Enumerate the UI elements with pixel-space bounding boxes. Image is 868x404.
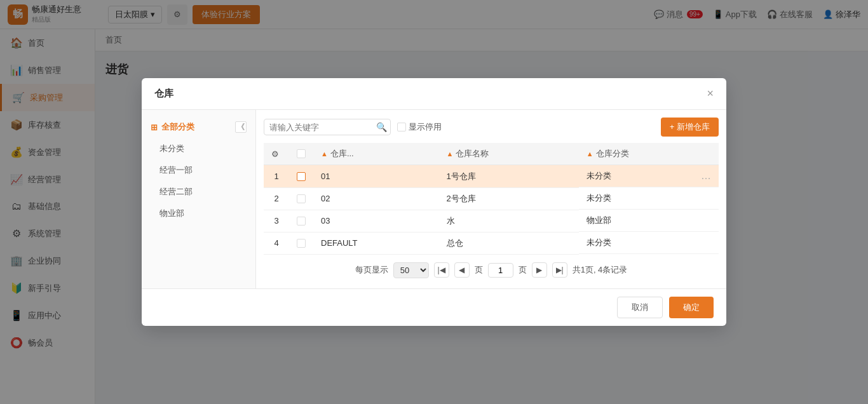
category-item-0[interactable]: 未分类 — [142, 138, 255, 159]
add-warehouse-btn[interactable]: + 新增仓库 — [661, 118, 719, 137]
sort-name-icon: ▲ — [447, 150, 454, 158]
first-page-btn[interactable]: |◀ — [434, 262, 449, 278]
cell-id: 01 — [313, 165, 439, 188]
cell-id: 02 — [313, 187, 439, 210]
page-label: 页 — [519, 264, 527, 276]
search-input-wrap[interactable]: 🔍 — [264, 119, 391, 135]
cell-name: 总仓 — [439, 232, 579, 254]
prev-page-btn[interactable]: ◀ — [454, 262, 470, 278]
row-checkbox[interactable] — [297, 239, 306, 248]
search-input[interactable] — [269, 123, 376, 132]
cell-id: DEFAULT — [313, 232, 439, 254]
collapse-panel-btn[interactable]: 《 — [235, 121, 247, 133]
cell-name: 1号仓库 — [439, 165, 579, 188]
table-toolbar: 🔍 显示停用 + 新增仓库 — [264, 118, 719, 137]
sort-cat-icon: ▲ — [587, 150, 593, 158]
warehouse-table: ⚙ ▲ 仓库... — [264, 143, 719, 255]
th-warehouse-category: ▲ 仓库分类 — [579, 143, 719, 165]
cell-checkbox[interactable] — [289, 232, 313, 254]
warehouse-modal: 仓库 × ⊞ 全部分类 《 未分类 经营一部 经营二部 — [142, 78, 726, 326]
page-number-input[interactable] — [488, 263, 513, 278]
category-item-2[interactable]: 经营二部 — [142, 181, 255, 203]
th-id-label: 仓库... — [330, 148, 354, 159]
cancel-button[interactable]: 取消 — [617, 297, 663, 318]
search-icon[interactable]: 🔍 — [376, 122, 387, 132]
cell-num: 2 — [264, 187, 289, 210]
total-info: 共1页, 4条记录 — [573, 264, 628, 276]
row-checkbox[interactable] — [297, 217, 306, 226]
all-category-label: 全部分类 — [161, 121, 194, 133]
th-checkbox — [289, 143, 313, 165]
pagination-bar: 每页显示 50 100 200 |◀ ◀ 页 页 ▶ ▶| 共1页, 4条记录 — [264, 255, 719, 281]
modal-close-button[interactable]: × — [707, 87, 714, 100]
table-header-row: ⚙ ▲ 仓库... — [264, 143, 719, 165]
page-text: 页 — [475, 264, 483, 276]
next-page-btn[interactable]: ▶ — [532, 262, 547, 278]
table-panel: 🔍 显示停用 + 新增仓库 ⚙ — [256, 110, 726, 288]
show-disabled-label: 显示停用 — [409, 121, 442, 133]
per-page-label: 每页显示 — [355, 264, 388, 276]
modal-footer: 取消 确定 — [142, 288, 726, 326]
cell-checkbox[interactable] — [289, 210, 313, 232]
cell-category: 物业部 — [579, 210, 719, 232]
per-page-select[interactable]: 50 100 200 — [393, 262, 429, 278]
cell-name: 水 — [439, 210, 579, 232]
show-disabled-checkbox-label[interactable]: 显示停用 — [397, 121, 442, 133]
cell-num: 1 — [264, 165, 289, 188]
cell-checkbox[interactable] — [289, 187, 313, 210]
table-row[interactable]: 4 DEFAULT 总仓 未分类 — [264, 232, 719, 254]
th-name-label: 仓库名称 — [456, 148, 489, 159]
category-panel: ⊞ 全部分类 《 未分类 经营一部 经营二部 物业部 — [142, 110, 256, 288]
sort-id-icon: ▲ — [321, 150, 328, 158]
category-item-3[interactable]: 物业部 — [142, 203, 255, 224]
grid-icon: ⊞ — [151, 123, 158, 132]
cell-checkbox[interactable] — [289, 165, 313, 188]
row-more-btn[interactable]: … — [701, 170, 711, 182]
cell-category: 未分类 — [579, 232, 719, 254]
th-settings: ⚙ — [264, 143, 289, 165]
cell-id: 03 — [313, 210, 439, 232]
last-page-btn[interactable]: ▶| — [552, 262, 567, 278]
confirm-button[interactable]: 确定 — [669, 297, 714, 318]
settings-col-icon: ⚙ — [271, 149, 279, 159]
row-checkbox[interactable] — [297, 172, 306, 181]
th-warehouse-name: ▲ 仓库名称 — [439, 143, 579, 165]
modal-overlay: 仓库 × ⊞ 全部分类 《 未分类 经营一部 经营二部 — [0, 0, 868, 404]
row-checkbox[interactable] — [297, 194, 306, 203]
modal-body: ⊞ 全部分类 《 未分类 经营一部 经营二部 物业部 — [142, 110, 726, 288]
table-row[interactable]: 3 03 水 物业部 — [264, 210, 719, 232]
show-disabled-checkbox[interactable] — [397, 123, 406, 131]
modal-title: 仓库 — [154, 88, 173, 100]
all-category-header[interactable]: ⊞ 全部分类 《 — [142, 116, 255, 138]
th-cat-label: 仓库分类 — [596, 148, 629, 159]
cell-num: 4 — [264, 232, 289, 254]
th-warehouse-id: ▲ 仓库... — [313, 143, 439, 165]
cell-category: 未分类 — [579, 187, 719, 210]
cell-name: 2号仓库 — [439, 187, 579, 210]
table-row[interactable]: 2 02 2号仓库 未分类 — [264, 187, 719, 210]
modal-header: 仓库 × — [142, 78, 726, 110]
cell-num: 3 — [264, 210, 289, 232]
cell-category: 未分类 … — [579, 165, 719, 187]
select-all-checkbox[interactable] — [297, 149, 306, 158]
table-row[interactable]: 1 01 1号仓库 未分类 … — [264, 165, 719, 188]
category-item-1[interactable]: 经营一部 — [142, 159, 255, 181]
